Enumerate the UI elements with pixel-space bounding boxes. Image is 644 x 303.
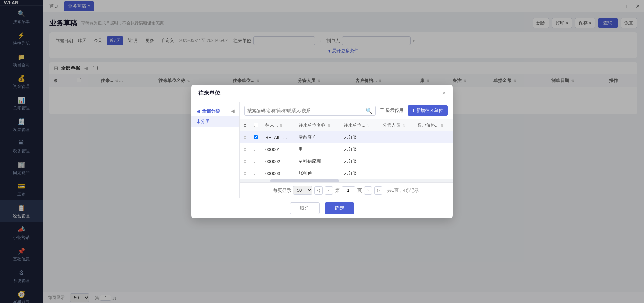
confirm-button[interactable]: 确定 xyxy=(325,202,354,214)
dialog-scrollbar-thumb[interactable] xyxy=(270,179,339,182)
category-all-label: 全部分类 xyxy=(202,108,220,114)
page-prefix-label: 第 xyxy=(335,187,340,194)
dth-checkbox xyxy=(251,119,262,131)
row-price xyxy=(414,131,453,143)
category-unclassified[interactable]: 未分类 xyxy=(191,116,239,127)
dialog-overlay: 往来单位 × ⊞ 全部分类 ◀ 未分类 xyxy=(0,0,644,303)
row-category: 未分类 xyxy=(340,155,379,167)
row-code: RETAIL_... xyxy=(262,131,295,143)
dialog-table-row[interactable]: ⚙ 000003 张帅傅 未分类 xyxy=(240,167,453,179)
dth-price: 客户价格... ⇅ xyxy=(414,119,453,131)
page-suffix-label: 页 xyxy=(357,187,362,194)
row-code: 000002 xyxy=(262,155,295,167)
row-checkbox[interactable] xyxy=(251,155,262,167)
per-page-select[interactable]: 50 100 xyxy=(293,186,312,195)
dth-name: 往来单位名称 ⇅ xyxy=(295,119,340,131)
show-disabled-toggle[interactable]: 显示停用 xyxy=(380,107,403,114)
show-disabled-checkbox[interactable] xyxy=(380,108,384,113)
cancel-button[interactable]: 取消 xyxy=(290,202,320,214)
first-page-button[interactable]: ⟨⟨ xyxy=(314,186,323,195)
dialog-title: 往来单位 xyxy=(198,90,220,97)
dialog-right-panel: 🔍 显示停用 + 新增往来单位 ⚙ xyxy=(240,102,453,198)
search-icon: 🔍 xyxy=(366,107,373,114)
dialog-left-panel: ⊞ 全部分类 ◀ 未分类 xyxy=(191,102,240,198)
dialog-search-box: 🔍 xyxy=(244,106,376,116)
row-price xyxy=(414,155,453,167)
category-unclassified-label: 未分类 xyxy=(196,119,210,124)
dth-manager: 分管人员 ⇅ xyxy=(379,119,414,131)
row-settings: ⚙ xyxy=(240,143,251,155)
row-checkbox[interactable] xyxy=(251,167,262,179)
row-settings: ⚙ xyxy=(240,167,251,179)
dialog-table: ⚙ 往来... ⇅ 往来单位名称 ⇅ 往来单位... ⇅ 分管人员 ⇅ 客户价格… xyxy=(240,119,453,179)
row-name: 零散客户 xyxy=(295,131,340,143)
row-code: 000003 xyxy=(262,167,295,179)
dth-settings: ⚙ xyxy=(240,119,251,131)
partner-dialog: 往来单位 × ⊞ 全部分类 ◀ 未分类 xyxy=(191,85,453,218)
dialog-pagination: 每页显示 50 100 ⟨⟨ ‹ 第 页 › ⟩⟩ 共1页，4条记录 xyxy=(240,182,453,198)
dth-code: 往来... ⇅ xyxy=(262,119,295,131)
category-all[interactable]: ⊞ 全部分类 ◀ xyxy=(191,106,239,116)
dialog-scrollbar[interactable] xyxy=(240,179,453,182)
dialog-footer: 取消 确定 xyxy=(191,198,453,218)
dialog-table-row[interactable]: ⚙ 000001 甲 未分类 xyxy=(240,143,453,155)
row-settings: ⚙ xyxy=(240,155,251,167)
dialog-table-row[interactable]: ⚙ RETAIL_... 零散客户 未分类 xyxy=(240,131,453,143)
row-checkbox[interactable] xyxy=(251,143,262,155)
page-input[interactable] xyxy=(342,186,355,194)
row-name: 材料供应商 xyxy=(295,155,340,167)
row-price xyxy=(414,143,453,155)
dialog-table-wrap: ⚙ 往来... ⇅ 往来单位名称 ⇅ 往来单位... ⇅ 分管人员 ⇅ 客户价格… xyxy=(240,119,453,179)
next-page-button[interactable]: › xyxy=(364,186,372,195)
category-collapse-icon[interactable]: ◀ xyxy=(231,109,234,114)
last-page-button[interactable]: ⟩⟩ xyxy=(374,186,382,195)
pagination-total: 共1页，4条记录 xyxy=(387,187,419,194)
row-code: 000001 xyxy=(262,143,295,155)
row-category: 未分类 xyxy=(340,167,379,179)
row-price xyxy=(414,167,453,179)
dialog-search-input[interactable] xyxy=(247,108,364,113)
dialog-toolbar: 🔍 显示停用 + 新增往来单位 xyxy=(240,102,453,119)
show-disabled-label: 显示停用 xyxy=(386,107,403,114)
row-manager xyxy=(379,143,414,155)
grid-small-icon: ⊞ xyxy=(196,109,200,114)
row-manager xyxy=(379,131,414,143)
row-category: 未分类 xyxy=(340,131,379,143)
dialog-header: 往来单位 × xyxy=(191,85,453,102)
per-page-label: 每页显示 xyxy=(273,187,291,194)
row-checkbox[interactable] xyxy=(251,131,262,143)
dialog-body: ⊞ 全部分类 ◀ 未分类 🔍 显示停用 xyxy=(191,102,453,198)
row-category: 未分类 xyxy=(340,143,379,155)
row-manager xyxy=(379,167,414,179)
row-settings: ⚙ xyxy=(240,131,251,143)
dialog-close-button[interactable]: × xyxy=(442,90,446,96)
row-name: 甲 xyxy=(295,143,340,155)
row-name: 张帅傅 xyxy=(295,167,340,179)
dth-category: 往来单位... ⇅ xyxy=(340,119,379,131)
dialog-select-all[interactable] xyxy=(254,123,258,127)
add-partner-button[interactable]: + 新增往来单位 xyxy=(408,105,448,116)
dialog-table-row[interactable]: ⚙ 000002 材料供应商 未分类 xyxy=(240,155,453,167)
row-manager xyxy=(379,155,414,167)
prev-page-button[interactable]: ‹ xyxy=(325,186,333,195)
dialog-table-header: ⚙ 往来... ⇅ 往来单位名称 ⇅ 往来单位... ⇅ 分管人员 ⇅ 客户价格… xyxy=(240,119,453,131)
